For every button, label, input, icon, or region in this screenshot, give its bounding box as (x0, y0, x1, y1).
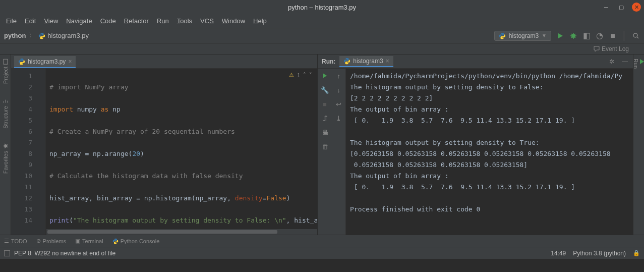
nav-toolbar: python 〉 histogram3.py histogram3 ▼ ◧ ◔ … (0, 28, 644, 43)
chevron-up-icon[interactable]: ˄ (303, 72, 306, 78)
interpreter-label[interactable]: Python 3.8 (python) (573, 250, 626, 257)
chevron-down-icon: ▼ (542, 33, 547, 38)
stop-button[interactable]: ■ (609, 32, 617, 40)
tool-window-todo[interactable]: ☰TODO (4, 238, 27, 244)
run-config-label: histogram3 (509, 32, 539, 39)
menu-vcs[interactable]: VCS (197, 16, 217, 26)
settings-icon[interactable]: ✲ (608, 58, 616, 66)
down-button[interactable]: ↓ (335, 86, 343, 94)
menu-tools[interactable]: Tools (174, 16, 195, 26)
up-button[interactable]: ↑ (335, 72, 343, 80)
python-file-icon (38, 32, 45, 39)
menu-navigate[interactable]: Navigate (63, 16, 95, 26)
star-icon (3, 143, 9, 149)
scroll-to-end-button[interactable]: ⤓ (335, 114, 343, 122)
structure-icon (3, 98, 9, 104)
tool-window-python-console[interactable]: Python Console (112, 238, 160, 244)
layout-button[interactable]: ⇵ (321, 114, 329, 122)
run-header: Run: histogram3 × ✲ — (318, 55, 633, 69)
event-log-button[interactable]: Event Log (594, 45, 629, 52)
delete-button[interactable]: 🗑 (321, 142, 329, 150)
python-icon (499, 32, 506, 39)
menu-refactor[interactable]: Refactor (121, 16, 152, 26)
cursor-position[interactable]: 14:49 (551, 250, 566, 257)
run-tab-active[interactable]: histogram3 × (339, 56, 393, 67)
sidebar-tab-structure[interactable]: Structure (3, 96, 9, 131)
line-gutter: 1234567891011121314 (11, 69, 36, 235)
code-area[interactable]: # import NumPy array import numpy as np … (45, 69, 317, 235)
breadcrumb-project[interactable]: python (4, 32, 26, 39)
project-icon (3, 59, 9, 65)
sidebar-tab-run[interactable]: Run (633, 57, 645, 71)
maximize-button[interactable]: ▢ (617, 3, 626, 12)
editor-pane: histogram3.py × ⚠ 1 ˄ ˅ 1234567891011121… (11, 55, 317, 235)
gutter-border (36, 69, 45, 235)
minimize-tool-window-button[interactable]: — (621, 58, 629, 66)
svg-point-1 (633, 33, 637, 37)
menu-window[interactable]: Window (219, 16, 248, 26)
console-output[interactable]: /home/fahmida/PycharmProjects/python/ven… (346, 69, 633, 235)
breadcrumb-file[interactable]: histogram3.py (38, 32, 89, 39)
editor-body[interactable]: ⚠ 1 ˄ ˅ 1234567891011121314 # import Num… (11, 69, 317, 235)
editor-tab-active[interactable]: histogram3.py × (14, 56, 76, 68)
breadcrumb-separator: 〉 (29, 31, 35, 40)
profile-button[interactable]: ◔ (596, 32, 604, 40)
status-bar: PEP 8: W292 no newline at end of file 14… (0, 247, 644, 259)
menu-run[interactable]: Run (154, 16, 172, 26)
run-toolbar-2: ↑ ↓ ↩ ⤓ (332, 69, 346, 235)
menu-file[interactable]: File (3, 16, 20, 26)
inspection-count: 1 (297, 72, 300, 78)
stop-button[interactable]: ■ (321, 100, 329, 108)
menu-edit[interactable]: Edit (22, 16, 39, 26)
tool-button[interactable]: 🔧 (321, 86, 329, 94)
close-button[interactable]: ✕ (632, 3, 641, 12)
terminal-icon: ▣ (75, 238, 80, 244)
warning-icon: ⚠ (289, 72, 294, 78)
statusbar-tool-button[interactable] (4, 250, 10, 256)
todo-icon: ☰ (4, 238, 9, 244)
run-config-selector[interactable]: histogram3 ▼ (494, 31, 551, 41)
close-icon[interactable]: × (68, 58, 72, 65)
menu-help[interactable]: Help (250, 16, 270, 26)
run-title: Run: (322, 58, 335, 65)
window-controls: ─ ▢ ✕ (602, 3, 641, 12)
search-everywhere-button[interactable] (632, 32, 640, 40)
lock-icon[interactable]: 🔒 (633, 250, 640, 256)
run-button[interactable] (556, 32, 564, 40)
navbar-right: histogram3 ▼ ◧ ◔ ■ │ (494, 31, 640, 41)
left-tool-strip: Project Structure Favorites (0, 55, 11, 235)
tool-window-problems[interactable]: ⊘Problems (36, 238, 66, 244)
run-with-coverage-button[interactable]: ◧ (582, 32, 591, 40)
breadcrumb: python 〉 histogram3.py (4, 31, 89, 40)
menu-view[interactable]: View (41, 16, 61, 26)
horizontal-scrollbar[interactable] (46, 229, 317, 235)
problems-icon: ⊘ (36, 238, 41, 244)
menu-code[interactable]: Code (97, 16, 119, 26)
run-tab-label: histogram3 (353, 58, 383, 65)
editor-tabs: histogram3.py × (11, 55, 317, 69)
sidebar-tab-favorites[interactable]: Favorites (3, 141, 9, 176)
window-titlebar: python – histogram3.py ─ ▢ ✕ (0, 0, 644, 14)
minimize-button[interactable]: ─ (602, 3, 611, 12)
python-icon (343, 58, 350, 65)
status-message: PEP 8: W292 no newline at end of file (14, 250, 115, 257)
tool-window-terminal[interactable]: ▣Terminal (75, 238, 103, 244)
rerun-button[interactable] (321, 72, 329, 80)
bottom-tool-bar: ☰TODO ⊘Problems ▣Terminal Python Console (0, 235, 644, 247)
print-button[interactable]: 🖶 (321, 128, 329, 136)
svg-rect-2 (4, 59, 8, 64)
sidebar-tab-project[interactable]: Project (3, 57, 9, 86)
event-log-row: Event Log (0, 43, 644, 55)
run-toolbar-1: 🔧 ■ ⇵ 🖶 🗑 (318, 69, 332, 235)
chevron-down-icon[interactable]: ˅ (309, 72, 312, 78)
python-icon (112, 238, 119, 244)
close-icon[interactable]: × (386, 58, 389, 65)
run-tool-window: Run: histogram3 × ✲ — 🔧 ■ ⇵ 🖶 🗑 ↑ (317, 55, 633, 235)
window-title: python – histogram3.py (288, 4, 356, 11)
run-body: 🔧 ■ ⇵ 🖶 🗑 ↑ ↓ ↩ ⤓ /home/fahmida/PycharmP… (318, 69, 633, 235)
right-tool-strip: Run (633, 55, 644, 235)
inspection-widget[interactable]: ⚠ 1 ˄ ˅ (289, 72, 312, 78)
run-icon (639, 59, 645, 65)
soft-wrap-button[interactable]: ↩ (335, 100, 343, 108)
debug-button[interactable] (569, 32, 577, 40)
